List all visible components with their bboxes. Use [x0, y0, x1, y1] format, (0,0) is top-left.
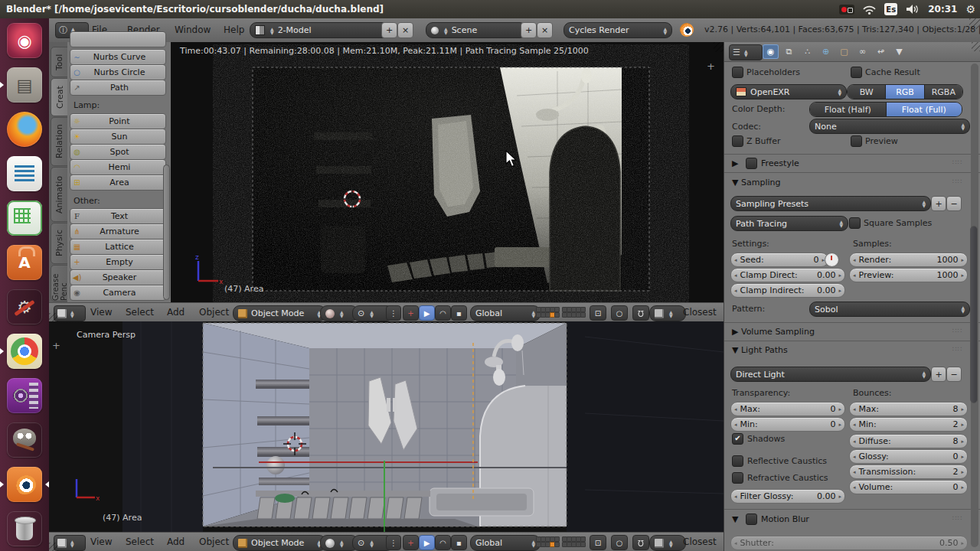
- codec-selector[interactable]: None▲▼: [809, 119, 970, 134]
- placeholders-checkbox[interactable]: [732, 67, 743, 78]
- motion-blur-panel-header[interactable]: ▼: [732, 514, 738, 524]
- menu-object[interactable]: Object: [194, 533, 234, 551]
- add-armature-button[interactable]: ⋔Armature: [70, 223, 166, 240]
- transparency-min-field[interactable]: ◂Min:0▸: [730, 417, 845, 432]
- snap-magnet-icon[interactable]: Ω: [632, 535, 649, 550]
- blender-icon[interactable]: [7, 467, 42, 502]
- transparency-max-field[interactable]: ◂Max:0▸: [730, 402, 845, 416]
- launcher-item[interactable]: [0, 152, 49, 196]
- toolshelf-scrollbar[interactable]: [163, 165, 170, 300]
- reflective-caustics-checkbox[interactable]: [732, 455, 743, 467]
- manipulator-toggle[interactable]: +: [403, 535, 419, 550]
- add-lattice-button[interactable]: ▦Lattice: [70, 239, 166, 255]
- proportional-edit-icon[interactable]: ○: [611, 305, 628, 321]
- tab-relations[interactable]: Relation: [51, 117, 68, 166]
- gimp-icon[interactable]: [7, 422, 42, 458]
- chrome-icon[interactable]: [7, 334, 42, 369]
- launcher-item[interactable]: ◉: [0, 18, 49, 63]
- menu-help[interactable]: Help: [219, 18, 249, 41]
- video-editor-icon[interactable]: [7, 378, 42, 413]
- add-area-lamp-button[interactable]: ⊞Area: [70, 174, 166, 191]
- keyboard-layout-indicator[interactable]: Es: [884, 3, 897, 15]
- filter-glossy-field[interactable]: ◂Filter Glossy:0.00▸: [730, 489, 845, 504]
- layers-widget-2[interactable]: [562, 536, 585, 547]
- file-format-selector[interactable]: OpenEXR▲▼: [730, 84, 847, 99]
- camera-viewport[interactable]: Camera Persp + x (47) Area: [49, 321, 724, 532]
- delete-layout-button[interactable]: ×: [397, 22, 413, 38]
- add-camera-button[interactable]: ◉Camera: [70, 285, 166, 301]
- manipulator-toggle[interactable]: +: [403, 305, 419, 321]
- pivot-align-toggle[interactable]: ⋮: [386, 535, 401, 550]
- add-hemi-lamp-button[interactable]: ◠Hemi: [70, 159, 166, 175]
- volume-field[interactable]: ◂Volume:0▸: [849, 480, 968, 494]
- shutter-field[interactable]: ◂Shutter:0.50▸: [730, 536, 968, 550]
- rendered-viewport[interactable]: Time:00:43.07 | Remaining:28:00.08 | Mem…: [171, 42, 724, 302]
- add-sun-lamp-button[interactable]: ☀Sun: [70, 129, 166, 145]
- add-preset-button[interactable]: +: [931, 196, 946, 211]
- add-text-button[interactable]: FText: [70, 208, 166, 224]
- render-samples-field[interactable]: ◂Render:1000▸: [849, 253, 968, 267]
- seed-animate-clock-button[interactable]: [825, 253, 839, 267]
- libreoffice-calc-icon[interactable]: [7, 201, 42, 236]
- tab-render[interactable]: ◉: [763, 44, 779, 59]
- square-samples-checkbox[interactable]: [849, 217, 861, 229]
- editor-type-menu[interactable]: ▲▼: [54, 535, 86, 551]
- software-center-icon[interactable]: A: [7, 245, 42, 280]
- editor-type-menu[interactable]: ☰▲▼: [729, 44, 763, 60]
- scale-manipulator[interactable]: ▪: [451, 305, 467, 321]
- launcher-item[interactable]: [0, 107, 49, 152]
- proportional-edit-icon[interactable]: ○: [611, 535, 628, 550]
- render-engine-selector[interactable]: Cycles Render ▲▼: [564, 22, 672, 38]
- launcher-item[interactable]: [0, 418, 49, 462]
- add-empty-button[interactable]: +Empty: [70, 254, 166, 270]
- scene-lock-icon[interactable]: ⊡: [590, 305, 606, 321]
- resize-grip[interactable]: [49, 543, 58, 551]
- scene-selector[interactable]: ▲▼ Scene: [426, 22, 527, 38]
- tab-scene[interactable]: ∴: [799, 44, 815, 59]
- firefox-icon[interactable]: [7, 112, 42, 147]
- bounces-min-field[interactable]: ◂Min:2▸: [849, 417, 968, 432]
- panel-grip-icon[interactable]: ∷∷: [952, 158, 962, 166]
- clamp-indirect-field[interactable]: ◂Clamp Indirect:0.00▸: [730, 283, 845, 298]
- light-paths-preset-selector[interactable]: Direct Light▲▼: [730, 367, 931, 382]
- trash-icon[interactable]: [7, 511, 42, 546]
- mode-selector[interactable]: Object Mode▲▼: [233, 535, 326, 551]
- motion-blur-title[interactable]: Motion Blur: [761, 514, 809, 524]
- shadows-checkbox[interactable]: ✔: [732, 433, 743, 445]
- panel-grip-icon[interactable]: ∷∷: [952, 178, 962, 185]
- launcher-item[interactable]: ▤: [0, 63, 49, 107]
- panel-grip-icon[interactable]: ∷∷: [952, 514, 962, 522]
- orientation-selector[interactable]: Global▲▼: [470, 305, 541, 321]
- pattern-selector[interactable]: Sobol▲▼: [809, 302, 970, 317]
- tab-object-data[interactable]: ▼: [891, 44, 907, 59]
- delete-scene-button[interactable]: ×: [537, 22, 553, 38]
- add-preset-button[interactable]: +: [931, 367, 946, 382]
- screen-layout-selector[interactable]: ▲▼ 2-Model: [250, 22, 389, 38]
- refractive-caustics-checkbox[interactable]: [732, 472, 743, 484]
- volume-sampling-panel-header[interactable]: ▶ Volume Sampling: [732, 327, 815, 337]
- integrator-selector[interactable]: Path Tracing▲▼: [730, 216, 848, 231]
- preview-samples-field[interactable]: ◂Preview:1000▸: [849, 268, 968, 282]
- snap-target[interactable]: Closest: [678, 533, 721, 551]
- glossy-field[interactable]: ◂Glossy:0▸: [849, 449, 968, 464]
- session-gear-icon[interactable]: ⚙: [965, 0, 975, 18]
- ubuntu-dash-icon[interactable]: ◉: [7, 23, 42, 58]
- z-buffer-checkbox[interactable]: [732, 135, 743, 147]
- launcher-item[interactable]: [0, 196, 49, 240]
- menu-add[interactable]: Add: [162, 533, 189, 551]
- libreoffice-writer-icon[interactable]: [7, 156, 42, 191]
- add-nurbs-circle-button[interactable]: ○Nurbs Circle: [70, 64, 166, 80]
- panel-grip-icon[interactable]: ∷∷: [952, 327, 962, 334]
- seed-field[interactable]: ◂Seed:0▸: [730, 253, 828, 267]
- tab-physics[interactable]: Physic: [51, 223, 68, 264]
- add-path-button[interactable]: ↗Path: [70, 80, 166, 96]
- editor-type-menu[interactable]: ▲▼: [54, 305, 86, 321]
- motion-blur-checkbox[interactable]: [746, 514, 757, 525]
- wifi-icon[interactable]: [863, 5, 876, 15]
- snap-target[interactable]: Closest: [678, 303, 721, 321]
- rgba-button[interactable]: RGBA: [924, 85, 962, 99]
- clamp-direct-field[interactable]: ◂Clamp Direct:0.00▸: [730, 268, 845, 282]
- screen-recorder-icon[interactable]: [839, 5, 854, 15]
- freestyle-panel-header[interactable]: ▶: [732, 158, 738, 168]
- float-half-button[interactable]: Float (Half): [810, 103, 886, 116]
